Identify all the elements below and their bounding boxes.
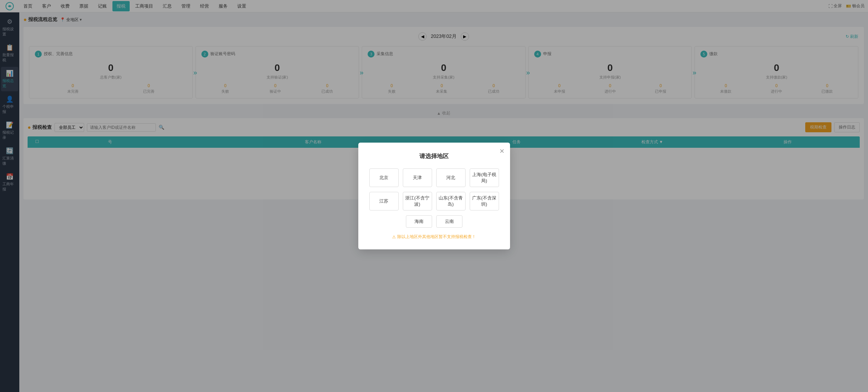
region-select-modal: ✕ 请选择地区 北京 天津 河北 上海(电子税局) 江苏 浙江(不含宁波) 山东… <box>358 143 510 249</box>
region-btn-jiangsu[interactable]: 江苏 <box>369 192 399 210</box>
modal-title: 请选择地区 <box>369 152 499 160</box>
region-notice: ⚠ 除以上地区外其他地区暂不支持报税检查！ <box>369 234 499 240</box>
region-grid-row1: 北京 天津 河北 上海(电子税局) <box>369 168 499 187</box>
modal-overlay: ✕ 请选择地区 北京 天津 河北 上海(电子税局) 江苏 浙江(不含宁波) 山东… <box>0 0 868 392</box>
region-btn-guangdong[interactable]: 广东(不含深圳) <box>470 192 499 210</box>
region-btn-shanghai[interactable]: 上海(电子税局) <box>470 168 499 187</box>
modal-close-btn[interactable]: ✕ <box>499 147 505 155</box>
region-btn-hainan[interactable]: 海南 <box>406 215 432 228</box>
region-btn-zhejiang[interactable]: 浙江(不含宁波) <box>403 192 432 210</box>
region-btn-yunnan[interactable]: 云南 <box>436 215 462 228</box>
region-btn-tianjin[interactable]: 天津 <box>403 168 432 187</box>
region-btn-hebei[interactable]: 河北 <box>436 168 466 187</box>
warning-icon: ⚠ <box>392 235 396 239</box>
region-btn-shandong[interactable]: 山东(不含青岛) <box>436 192 466 210</box>
region-grid-row2: 江苏 浙江(不含宁波) 山东(不含青岛) 广东(不含深圳) <box>369 192 499 210</box>
region-btn-beijing[interactable]: 北京 <box>369 168 399 187</box>
region-grid-row3: 海南 云南 <box>369 215 499 228</box>
